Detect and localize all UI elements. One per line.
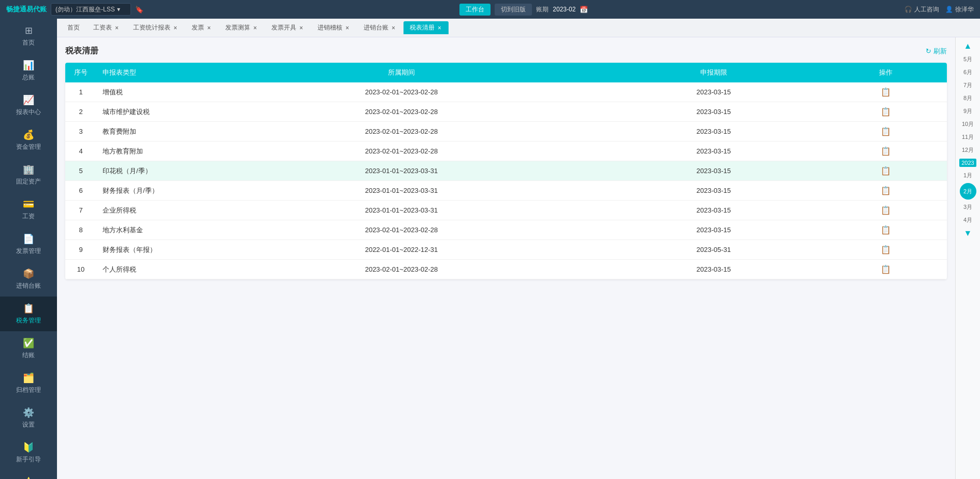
sidebar-item-invoice[interactable]: 📄 发票管理	[0, 227, 57, 262]
cell-action: 📋	[825, 220, 947, 240]
action-edit-icon[interactable]: 📋	[881, 107, 891, 116]
tab-close-invoice-issue[interactable]: ×	[298, 24, 304, 32]
action-edit-icon[interactable]: 📋	[881, 245, 891, 254]
tab-salary-table[interactable]: 工资表 ×	[87, 21, 126, 34]
action-edit-icon[interactable]: 📋	[881, 166, 891, 175]
sidebar-item-archive[interactable]: 🗂️ 归档管理	[0, 366, 57, 401]
cell-period: 2023-02-01~2023-02-28	[200, 142, 603, 161]
tab-stock-audit[interactable]: 进销稽核 ×	[311, 21, 356, 34]
sidebar-label-home: 首页	[22, 38, 35, 47]
timeline-month-2-active[interactable]: 2月	[960, 183, 976, 200]
table-body: 1 增值税 2023-02-01~2023-02-28 2023-03-15 📋…	[65, 82, 947, 279]
sidebar-label-ledger: 总账	[22, 73, 35, 82]
timeline-month-11[interactable]: 11月	[956, 131, 980, 144]
cell-deadline: 2023-05-31	[603, 240, 825, 260]
sidebar-item-report[interactable]: 📈 报表中心	[0, 88, 57, 123]
calendar-icon[interactable]: 📅	[580, 6, 588, 13]
table-row: 6 财务报表（月/季） 2023-01-01~2023-03-31 2023-0…	[65, 181, 947, 201]
sidebar-label-stock: 进销台账	[16, 281, 41, 290]
tab-home[interactable]: 首页	[61, 21, 86, 34]
refresh-button[interactable]: ↻ 刷新	[926, 47, 947, 56]
sidebar-item-stock[interactable]: 📦 进销台账	[0, 262, 57, 297]
timeline-month-12[interactable]: 12月	[956, 144, 980, 157]
sidebar-item-guide[interactable]: 🔰 新手引导	[0, 435, 57, 470]
headset-icon: 🎧	[904, 6, 912, 13]
content-area: 首页 工资表 × 工资统计报表 × 发票 × 发票测算 × 发票开具 ×	[57, 19, 980, 479]
timeline-nav-up[interactable]: ▲	[962, 39, 974, 53]
timeline-month-10[interactable]: 10月	[956, 118, 980, 131]
action-edit-icon[interactable]: 📋	[881, 265, 891, 274]
tab-close-stock-audit[interactable]: ×	[344, 24, 350, 32]
sidebar-item-ledger[interactable]: 📊 总账	[0, 53, 57, 88]
action-edit-icon[interactable]: 📋	[881, 206, 891, 215]
table-row: 5 印花税（月/季） 2023-01-01~2023-03-31 2023-03…	[65, 161, 947, 181]
timeline-month-7[interactable]: 7月	[956, 79, 980, 92]
top-bar: 畅捷通易代账 (勿动）江西服垒-LSS ▾ 🔖 工作台 切到旧版 账期 2023…	[0, 0, 980, 19]
cell-period: 2023-02-01~2023-02-28	[200, 220, 603, 240]
timeline-month-5[interactable]: 5月	[956, 53, 980, 66]
top-bar-right: 🎧 人工咨询 👤 徐泽华	[904, 5, 974, 14]
fixed-icon: 🏢	[23, 164, 34, 175]
guide-icon: 🔰	[23, 442, 34, 453]
cell-index: 7	[65, 201, 96, 220]
timeline-month-4[interactable]: 4月	[956, 214, 980, 227]
refresh-icon: ↻	[926, 47, 931, 55]
user-service-button[interactable]: 🎧 人工咨询	[904, 5, 939, 14]
workspace-button[interactable]: 工作台	[459, 4, 491, 16]
tab-close-salary[interactable]: ×	[114, 24, 120, 32]
tab-stock-ledger[interactable]: 进销台账 ×	[357, 21, 402, 34]
tab-salary-stats[interactable]: 工资统计报表 ×	[127, 21, 184, 34]
tab-close-invoice[interactable]: ×	[206, 24, 212, 32]
col-deadline: 申报期限	[603, 63, 825, 82]
cell-index: 3	[65, 122, 96, 142]
tab-invoice-issue[interactable]: 发票开具 ×	[265, 21, 310, 34]
sidebar-item-home[interactable]: ⊞ 首页	[0, 19, 57, 53]
user-avatar[interactable]: 👤 徐泽华	[945, 5, 974, 14]
cell-type: 城市维护建设税	[96, 102, 200, 122]
tab-close-invoice-calc[interactable]: ×	[252, 24, 258, 32]
content-wrapper: 税表清册 ↻ 刷新 序号 申报表类型 所属期间 申报期限 操作	[57, 37, 980, 479]
action-edit-icon[interactable]: 📋	[881, 88, 891, 96]
tab-salary-table-label: 工资表	[93, 23, 112, 32]
tab-close-stock-ledger[interactable]: ×	[391, 24, 396, 32]
tab-invoice-calc[interactable]: 发票测算 ×	[219, 21, 264, 34]
sidebar-label-invoice: 发票管理	[16, 247, 41, 256]
table-row: 1 增值税 2023-02-01~2023-02-28 2023-03-15 📋	[65, 82, 947, 102]
action-edit-icon[interactable]: 📋	[881, 147, 891, 156]
sidebar-label-fixed: 固定资产	[16, 177, 41, 186]
timeline-nav-down[interactable]: ▼	[962, 227, 974, 240]
tab-bar: 首页 工资表 × 工资统计报表 × 发票 × 发票测算 × 发票开具 ×	[57, 19, 980, 37]
cell-action: 📋	[825, 201, 947, 220]
tab-home-label: 首页	[67, 23, 80, 32]
sidebar-label-guide: 新手引导	[16, 455, 41, 464]
timeline-month-6[interactable]: 6月	[956, 66, 980, 79]
bookmark-icon: 🔖	[135, 6, 143, 13]
sidebar-item-tax[interactable]: 📋 税务管理	[0, 297, 57, 331]
sidebar-item-fixed[interactable]: 🏢 固定资产	[0, 158, 57, 192]
action-edit-icon[interactable]: 📋	[881, 226, 891, 234]
timeline-month-9[interactable]: 9月	[956, 105, 980, 118]
cell-period: 2023-02-01~2023-02-28	[200, 122, 603, 142]
tax-icon: 📋	[23, 303, 34, 314]
timeline-month-8[interactable]: 8月	[956, 92, 980, 105]
switch-version-button[interactable]: 切到旧版	[495, 4, 532, 16]
timeline-month-3[interactable]: 3月	[956, 201, 980, 214]
tab-tax-register[interactable]: 税表清册 ×	[403, 21, 449, 34]
chevron-down-icon: ▾	[117, 6, 120, 13]
sidebar-item-member[interactable]: ⭐ 畅会员	[0, 470, 57, 479]
sidebar-item-fund[interactable]: 💰 资金管理	[0, 123, 57, 158]
cell-period: 2023-02-01~2023-02-28	[200, 260, 603, 279]
tab-invoice[interactable]: 发票 ×	[185, 21, 218, 34]
company-selector[interactable]: (勿动）江西服垒-LSS ▾	[51, 3, 131, 16]
tab-close-tax-register[interactable]: ×	[437, 24, 442, 32]
timeline-month-1[interactable]: 1月	[956, 169, 980, 182]
timeline-year-badge[interactable]: 2023	[959, 159, 976, 167]
sidebar-item-settings[interactable]: ⚙️ 设置	[0, 401, 57, 435]
tab-close-salary-stats[interactable]: ×	[172, 24, 178, 32]
timeline-panel: ▲ 5月 6月 7月 8月 9月 10月 11月 12月 2023 1月 2月 …	[955, 37, 980, 479]
action-edit-icon[interactable]: 📋	[881, 186, 891, 195]
page-content: 税表清册 ↻ 刷新 序号 申报表类型 所属期间 申报期限 操作	[57, 37, 955, 479]
sidebar-item-settle[interactable]: ✅ 结账	[0, 331, 57, 366]
action-edit-icon[interactable]: 📋	[881, 127, 891, 136]
sidebar-item-salary[interactable]: 💳 工资	[0, 192, 57, 227]
